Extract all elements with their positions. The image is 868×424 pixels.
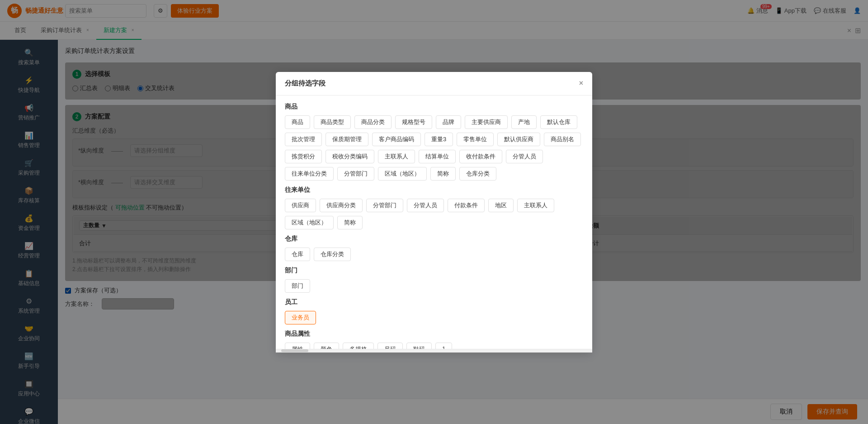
field-section-title-product-attr: 商品属性 (285, 330, 583, 338)
modal-hscrollbar[interactable] (276, 349, 592, 353)
field-chip[interactable]: 商品 (285, 115, 310, 129)
field-chip[interactable]: 仓库分类 (314, 248, 351, 261)
field-chip[interactable]: 业务员 (285, 311, 316, 324)
field-section-title-partner: 往来单位 (285, 186, 583, 194)
field-chip[interactable]: 商品类型 (314, 115, 351, 129)
field-chip[interactable]: 供应商分类 (320, 199, 363, 212)
modal-close-button[interactable]: × (579, 79, 583, 87)
field-chip[interactable]: 规格型号 (395, 115, 432, 129)
field-chips-warehouse: 仓库仓库分类 (285, 248, 583, 261)
field-chip[interactable]: 拣货积分 (285, 150, 322, 163)
field-chip[interactable]: 收付款条件 (459, 150, 502, 163)
field-chip[interactable]: 分管人员 (506, 150, 543, 163)
field-chip[interactable]: 往来单位分类 (285, 167, 334, 181)
field-chip[interactable]: 批次管理 (285, 133, 322, 146)
field-chip[interactable]: 地区 (488, 199, 514, 212)
field-chip[interactable]: 品牌 (436, 115, 461, 129)
field-chip[interactable]: 鞋码 (406, 343, 432, 349)
modal-overlay: 分组待选字段 × 商品商品商品类型商品分类规格型号品牌主要供应商产地默认仓库批次… (0, 0, 868, 424)
field-chips-partner: 供应商供应商分类分管部门分管人员付款条件地区主联系人区域（地区）简称 (285, 199, 583, 229)
field-section-title-product: 商品 (285, 103, 583, 111)
field-chip[interactable]: 分管人员 (407, 199, 444, 212)
field-chip[interactable]: 简称 (337, 216, 363, 229)
field-chip[interactable]: 重量3 (425, 133, 453, 146)
field-chip[interactable]: 区域（地区） (378, 167, 427, 181)
modal-title: 分组待选字段 (285, 79, 326, 88)
field-chips-product-attr: 属性颜色多规格尺码鞋码1 (285, 343, 583, 349)
field-chip[interactable]: 主联系人 (378, 150, 415, 163)
field-chip[interactable]: 默认仓库 (540, 115, 577, 129)
field-chip[interactable]: 客户商品编码 (372, 133, 421, 146)
modal-dialog: 分组待选字段 × 商品商品商品类型商品分类规格型号品牌主要供应商产地默认仓库批次… (276, 72, 592, 353)
field-chip[interactable]: 尺码 (377, 343, 403, 349)
field-chips-staff: 业务员 (285, 311, 583, 324)
field-section-title-department: 部门 (285, 267, 583, 275)
field-chip[interactable]: 简称 (430, 167, 456, 181)
field-chip[interactable]: 默认供应商 (497, 133, 540, 146)
field-chip[interactable]: 颜色 (314, 343, 339, 349)
field-chip[interactable]: 分管部门 (337, 167, 374, 181)
field-chip[interactable]: 结算单位 (419, 150, 456, 163)
field-section-title-warehouse: 仓库 (285, 235, 583, 243)
field-chip[interactable]: 1 (435, 343, 452, 349)
field-chip[interactable]: 产地 (511, 115, 537, 129)
field-chip[interactable]: 保质期管理 (326, 133, 368, 146)
field-section-title-staff: 员工 (285, 298, 583, 306)
field-chip[interactable]: 零售单位 (457, 133, 494, 146)
hscroll-thumb (281, 349, 308, 352)
field-chip[interactable]: 区域（地区） (285, 216, 334, 229)
field-chip[interactable]: 多规格 (343, 343, 374, 349)
field-chip[interactable]: 税收分类编码 (326, 150, 374, 163)
field-chip[interactable]: 属性 (285, 343, 310, 349)
field-chips-product: 商品商品类型商品分类规格型号品牌主要供应商产地默认仓库批次管理保质期管理客户商品… (285, 115, 583, 181)
modal-header: 分组待选字段 × (276, 72, 592, 95)
field-chip[interactable]: 主联系人 (517, 199, 554, 212)
field-chips-department: 部门 (285, 279, 583, 293)
field-chip[interactable]: 主要供应商 (465, 115, 508, 129)
modal-body[interactable]: 商品商品商品类型商品分类规格型号品牌主要供应商产地默认仓库批次管理保质期管理客户… (276, 95, 592, 349)
field-chip[interactable]: 付款条件 (448, 199, 485, 212)
field-chip[interactable]: 商品别名 (544, 133, 581, 146)
field-chip[interactable]: 供应商 (285, 199, 316, 212)
field-chip[interactable]: 仓库 (285, 248, 310, 261)
field-chip[interactable]: 部门 (285, 279, 310, 293)
field-chip[interactable]: 仓库分类 (459, 167, 496, 181)
field-chip[interactable]: 分管部门 (366, 199, 403, 212)
field-chip[interactable]: 商品分类 (354, 115, 392, 129)
